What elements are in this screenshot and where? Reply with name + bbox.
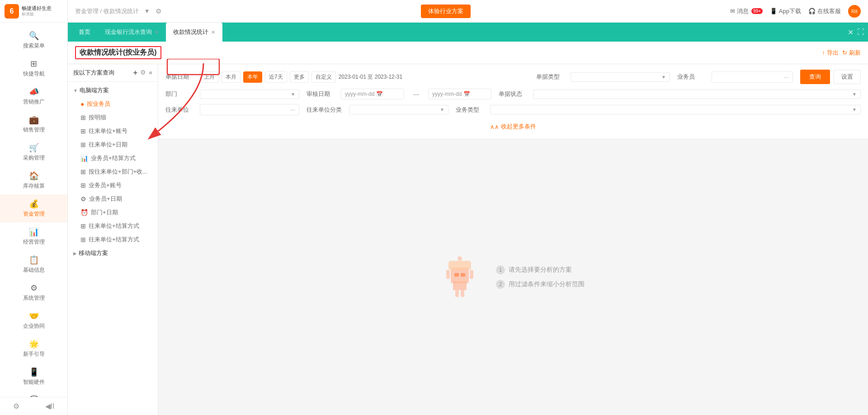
mobile-group-header[interactable]: ▶ 移动端方案	[68, 246, 158, 260]
tree-item-label: 往来单位+结算方式	[89, 222, 139, 230]
sidebar-item-label: 经营管理	[23, 238, 45, 246]
tree-item-salesperson-settlement[interactable]: 📊 业务员+结算方式	[68, 151, 158, 165]
industry-solution-button[interactable]: 体验行业方案	[421, 5, 471, 18]
sidebar-item-capital[interactable]: 💰 资金管理	[0, 194, 67, 222]
tree-item-partner-settlement2[interactable]: ⊞ 往来单位+结算方式	[68, 233, 158, 246]
calendar-icon: 📅	[376, 91, 383, 97]
sidebar-item-label: 系统管理	[23, 294, 45, 302]
tree-item-by-salesperson[interactable]: ● 按业务员	[68, 97, 158, 111]
sidebar-item-wechat[interactable]: 💬 企业微信	[0, 391, 67, 397]
sidebar-item-sales[interactable]: 💼 销售管理	[0, 110, 67, 138]
sidebar-collapse-icon[interactable]: ◀II	[45, 402, 55, 410]
this-year-btn[interactable]: 本年	[243, 71, 262, 83]
sidebar-item-label: 库存核算	[23, 182, 45, 190]
counterparty-select[interactable]: ···	[200, 104, 299, 115]
tree-item-label: 业务员+结算方式	[91, 154, 136, 162]
sidebar-settings-icon[interactable]: ⚙	[13, 402, 19, 410]
tree-item-partner-dept-receipt[interactable]: ⊞ 按往来单位+部门+收...	[68, 165, 158, 179]
add-scheme-icon[interactable]: +	[133, 69, 137, 77]
tree-item-by-detail[interactable]: ⊞ 按明细	[68, 111, 158, 124]
tree-item-salesperson-date[interactable]: ⚙ 业务员+日期	[68, 192, 158, 206]
collapse-filters-button[interactable]: ∧∧ 收起更多条件	[165, 120, 861, 133]
tree-item-label: 业务员+日期	[89, 195, 122, 203]
salesperson-account-icon: ⊞	[80, 182, 86, 189]
tab-home[interactable]: 首页	[71, 23, 98, 42]
service-button[interactable]: 🎧 在线客服	[808, 7, 841, 15]
business-type-select[interactable]: ▼	[490, 105, 861, 114]
sidebar-item-purchase[interactable]: 🛒 采购管理	[0, 138, 67, 166]
tab-expand-icon[interactable]: ⛶	[857, 28, 864, 36]
tree-item-partner-date[interactable]: ⊞ 往来单位+日期	[68, 138, 158, 151]
scheme-settings-icon[interactable]: ⚙	[140, 69, 146, 77]
desktop-group-header[interactable]: ▼ 电脑端方案	[68, 84, 158, 97]
last-month-btn[interactable]: 上月	[200, 71, 219, 83]
sidebar-item-basic[interactable]: 📋 基础信息	[0, 250, 67, 278]
svg-rect-6	[455, 290, 459, 297]
tree-item-label: 往来单位+日期	[89, 141, 127, 149]
more-btn[interactable]: 更多	[290, 71, 309, 83]
main-area: 资金管理 / 收款情况统计 ▼ ⚙ 体验行业方案 ✉ 消息 99+ 📱 App下…	[68, 0, 868, 415]
sidebar-item-system[interactable]: ⚙ 系统管理	[0, 278, 67, 307]
review-date-end-value: yyyy-mm-dd	[432, 91, 462, 97]
date-separator: —	[413, 91, 419, 98]
sidebar-item-hardware[interactable]: 📱 智能硬件	[0, 363, 67, 391]
app-download-label: App下载	[779, 7, 801, 15]
review-date-end-input[interactable]: yyyy-mm-dd 📅	[428, 89, 491, 99]
sidebar-item-label: 销售管理	[23, 126, 45, 134]
sidebar-item-label: 企业协同	[23, 322, 45, 330]
settings-button[interactable]: 设置	[834, 70, 861, 84]
tree-item-salesperson-account[interactable]: ⊞ 业务员+账号	[68, 179, 158, 192]
inventory-icon: 🏠	[29, 171, 39, 181]
tab-receipt-stats[interactable]: 收款情况统计 ✕	[166, 23, 222, 42]
message-button[interactable]: ✉ 消息 99+	[730, 7, 763, 15]
custom-btn[interactable]: 自定义	[311, 71, 336, 83]
export-button[interactable]: ↑ 导出	[822, 49, 839, 57]
svg-rect-0	[451, 268, 469, 283]
dept-select[interactable]: ▼	[200, 90, 299, 99]
tab-close-all-icon[interactable]: ✕	[848, 28, 854, 37]
sidebar-item-label: 智能硬件	[23, 378, 45, 386]
sales-icon: 💼	[29, 115, 39, 125]
sidebar-item-marketing[interactable]: 📣 营销推广	[0, 82, 67, 110]
tree-item-partner-account[interactable]: ⊞ 往来单位+账号	[68, 124, 158, 138]
sidebar-item-search[interactable]: 🔍 搜索菜单	[0, 26, 67, 54]
panel-collapse-icon[interactable]: «	[149, 69, 152, 77]
sidebar-item-inventory[interactable]: 🏠 库存核算	[0, 166, 67, 194]
dropdown-icon[interactable]: ▼	[144, 8, 150, 14]
user-avatar[interactable]: Rit	[848, 5, 861, 18]
tab-bank-flow-label: 现金银行流水查询	[105, 28, 152, 36]
last-7days-btn[interactable]: 近7天	[265, 71, 287, 83]
settings-icon[interactable]: ⚙	[156, 7, 161, 15]
this-month-btn[interactable]: 本月	[222, 71, 241, 83]
counterparty-more-icon[interactable]: ···	[290, 106, 295, 113]
refresh-button[interactable]: ↻ 刷新	[842, 49, 861, 57]
app-download-button[interactable]: 📱 App下载	[770, 7, 801, 15]
sidebar-item-quick-nav[interactable]: ⊞ 快捷导航	[0, 54, 67, 82]
top-header: 资金管理 / 收款情况统计 ▼ ⚙ 体验行业方案 ✉ 消息 99+ 📱 App下…	[68, 0, 868, 23]
tree-item-label: 往来单位+结算方式	[89, 236, 139, 244]
tree-item-label: 按往来单位+部门+收...	[89, 168, 147, 176]
right-panel: 单据日期 上月 本月 本年 近7天 更多 自定义 2023-01-01 至 20…	[158, 64, 868, 415]
tree-item-partner-settlement1[interactable]: ⊞ 往来单位+结算方式	[68, 219, 158, 233]
partner-dept-icon: ⊞	[80, 168, 86, 175]
salesperson-more-icon[interactable]: ···	[784, 74, 789, 80]
salesperson-select[interactable]: ···	[712, 71, 793, 83]
date-range-display: 2023-01-01 至 2023-12-31	[339, 73, 402, 81]
tab-receipt-stats-close[interactable]: ✕	[211, 29, 215, 35]
svg-rect-7	[461, 290, 464, 297]
scheme-tree: ▼ 电脑端方案 ● 按业务员 ⊞ 按明细 ⊞ 往来单位+账号	[68, 82, 158, 262]
message-label: 消息	[737, 7, 749, 15]
doc-type-select[interactable]: ▼	[571, 72, 670, 82]
tree-item-dept-date[interactable]: ⏰ 部门+日期	[68, 206, 158, 219]
tab-bank-flow[interactable]: 现金银行流水查询 ✕	[98, 23, 166, 42]
sidebar-item-guide[interactable]: 🌟 新手引导	[0, 335, 67, 363]
calendar-end-icon: 📅	[463, 91, 470, 97]
sidebar-item-enterprise[interactable]: 🤝 企业协同	[0, 307, 67, 335]
sidebar-item-operations[interactable]: 📊 经营管理	[0, 222, 67, 250]
review-date-start-input[interactable]: yyyy-mm-dd 📅	[341, 89, 404, 99]
query-button[interactable]: 查询	[800, 70, 830, 84]
doc-status-select[interactable]: ▼	[533, 90, 861, 99]
counterparty-category-select[interactable]: ▼	[349, 105, 448, 114]
tab-bank-flow-close[interactable]: ✕	[155, 29, 159, 35]
breadcrumb: 资金管理 / 收款情况统计	[75, 7, 139, 15]
